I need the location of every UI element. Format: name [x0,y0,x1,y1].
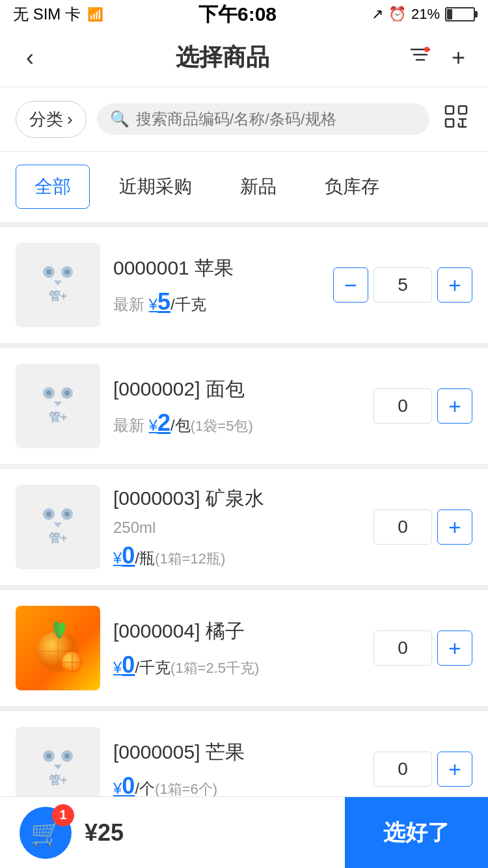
increase-button[interactable]: + [437,752,472,787]
category-arrow-icon: › [67,109,73,129]
product-info: [0000002] 面包 最新 ¥2/包(1袋=5包) [113,376,360,437]
quantity-control: + [373,509,472,545]
owl-logo: 管+ [43,387,73,425]
quantity-input[interactable] [373,631,432,666]
svg-point-3 [424,47,429,52]
carrier-text: 无 SIM 卡 [13,4,81,25]
product-thumbnail: 管+ [16,364,100,448]
product-name: [0000002] 面包 [113,376,360,403]
quantity-input[interactable] [373,752,432,787]
search-icon: 🔍 [110,110,129,128]
back-button[interactable]: ‹ [20,38,40,78]
svg-rect-4 [446,106,454,114]
increase-button[interactable]: + [437,631,472,666]
status-right: ↗ ⏰ 21% [372,6,475,23]
list-item: 管+ [0000002] 面包 最新 ¥2/包(1袋=5包) + [0,348,488,469]
svg-rect-5 [459,106,467,114]
battery-percent: 21% [411,6,440,23]
scan-icon[interactable] [440,100,472,138]
product-name: [0000003] 矿泉水 [113,485,360,512]
tab-new[interactable]: 新品 [221,165,295,209]
nav-actions: + [405,40,468,75]
product-name: [0000004] 橘子 [113,618,360,645]
tab-negative-stock[interactable]: 负库存 [306,165,398,209]
status-bar: 无 SIM 卡 📶 下午6:08 ↗ ⏰ 21% [0,0,488,29]
quantity-control: + [373,631,472,666]
cart-badge: 1 [52,804,74,826]
product-spec: 250ml [113,519,360,537]
search-bar: 🔍 [97,103,429,135]
list-item: [0000004] 橘子 ¥0/千克(1箱=2.5千克) + [0,590,488,711]
quantity-input[interactable] [373,509,432,545]
svg-rect-6 [446,119,454,127]
battery-icon [445,7,475,21]
category-label: 分类 [29,108,63,131]
list-item: 管+ [0000003] 矿泉水 250ml ¥0/瓶(1箱=12瓶) + [0,469,488,590]
wifi-icon: 📶 [87,7,103,22]
location-icon: ↗ [372,6,383,23]
list-item: 管+ 0000001 苹果 最新 ¥5/千克 − + [0,227,488,348]
tab-all[interactable]: 全部 [16,165,90,209]
product-price: ¥0/瓶(1箱=12瓶) [113,542,360,569]
increase-button[interactable]: + [437,509,472,545]
owl-logo: 管+ [43,266,73,304]
filter-icon[interactable] [405,40,435,75]
cart-total: ¥25 [85,819,124,847]
decrease-button[interactable]: − [333,267,368,303]
product-price: ¥0/千克(1箱=2.5千克) [113,651,360,679]
product-name: 0000001 苹果 [113,255,320,282]
status-left: 无 SIM 卡 📶 [13,4,103,25]
product-list: 管+ 0000001 苹果 最新 ¥5/千克 − + [0,227,488,868]
bottom-bar: 🛒 1 ¥25 选好了 [0,796,488,868]
tab-row: 全部 近期采购 新品 负库存 [0,152,488,227]
product-price: 最新 ¥5/千克 [113,288,320,316]
confirm-button[interactable]: 选好了 [345,797,488,869]
nav-bar: ‹ 选择商品 + [0,29,488,87]
increase-button[interactable]: + [437,267,472,303]
product-price: ¥0/个(1箱=6个) [113,772,360,800]
search-input[interactable] [136,110,416,128]
product-thumbnail: 管+ [16,485,100,569]
product-thumbnail [16,606,100,690]
status-time: 下午6:08 [198,1,277,28]
product-info: [0000003] 矿泉水 250ml ¥0/瓶(1箱=12瓶) [113,485,360,569]
toolbar: 分类 › 🔍 [0,87,488,152]
alarm-icon: ⏰ [388,6,406,23]
cart-icon-button[interactable]: 🛒 1 [20,807,72,859]
product-info: [0000004] 橘子 ¥0/千克(1箱=2.5千克) [113,618,360,679]
owl-logo: 管+ [43,750,73,788]
quantity-control: − + [333,267,472,303]
quantity-control: + [373,388,472,424]
product-name: [0000005] 芒果 [113,739,360,766]
page-title: 选择商品 [176,42,269,74]
product-info: 0000001 苹果 最新 ¥5/千克 [113,255,320,316]
quantity-input[interactable] [373,388,432,424]
tab-recent[interactable]: 近期采购 [100,165,211,209]
owl-logo: 管+ [43,508,73,546]
quantity-input[interactable] [373,267,432,303]
product-price: 最新 ¥2/包(1袋=5包) [113,409,360,437]
quantity-control: + [373,752,472,787]
product-info: [0000005] 芒果 ¥0/个(1箱=6个) [113,739,360,800]
cart-section: 🛒 1 ¥25 [0,807,345,859]
add-icon[interactable]: + [448,41,468,75]
product-thumbnail: 管+ [16,243,100,327]
increase-button[interactable]: + [437,388,472,424]
category-button[interactable]: 分类 › [16,101,87,138]
